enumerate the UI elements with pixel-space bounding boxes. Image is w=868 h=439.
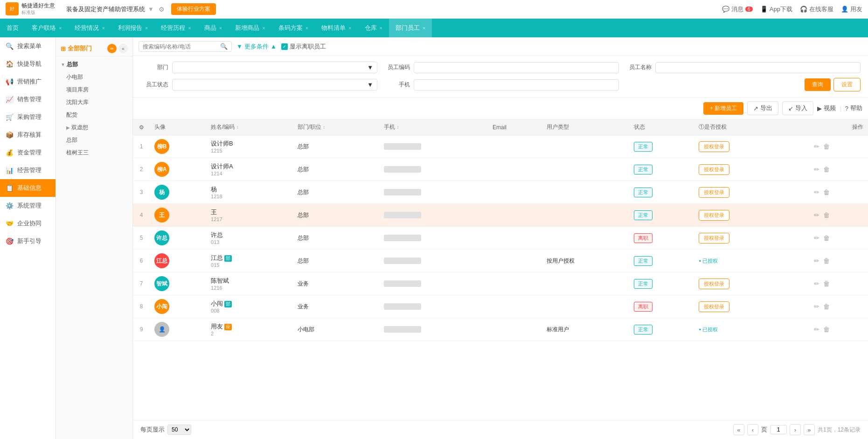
edit-icon[interactable]: ✏ [814,234,819,242]
dept-node[interactable]: 沈阳大库 [56,96,132,109]
first-page-btn[interactable]: « [733,424,744,435]
close-tab-icon[interactable]: × [188,25,191,31]
emp-name-input[interactable] [655,62,861,73]
row-auth[interactable]: 授权登录 [694,181,787,204]
row-auth[interactable]: •已授权 [694,318,787,341]
user-btn[interactable]: 👤 用友 [841,5,862,14]
sidebar-item-新手引导[interactable]: 🎯新手引导 [0,232,56,250]
edit-icon[interactable]: ✏ [814,303,819,310]
dept-select[interactable]: ▼ [172,62,377,73]
sidebar-item-快捷导航[interactable]: 🏠快捷导航 [0,55,56,73]
close-tab-icon[interactable]: × [219,25,222,31]
dept-node[interactable]: 植树王三 [56,146,132,159]
close-tab-icon[interactable]: × [145,25,148,31]
row-auth[interactable]: •已授权 [694,250,787,272]
edit-icon[interactable]: ✏ [814,326,819,333]
auth-button[interactable]: 授权登录 [699,187,729,198]
auth-button[interactable]: 授权登录 [699,141,729,152]
col-dept[interactable]: 部门/职位 ↕ [293,119,380,135]
app-download-btn[interactable]: 📱 App下载 [760,5,792,14]
auth-button[interactable]: 授权登录 [699,233,729,244]
edit-icon[interactable]: ✏ [814,143,819,150]
dept-collapse-btn[interactable]: « [118,44,128,53]
nav-tab-新增商品[interactable]: 新增商品× [229,19,271,37]
add-employee-button[interactable]: + 新增员工 [703,102,743,115]
edit-icon[interactable]: ✏ [814,257,819,265]
row-auth[interactable]: 授权登录 [694,158,787,181]
nav-tab-物料清单[interactable]: 物料清单× [315,19,358,37]
trial-button[interactable]: 体验行业方案 [171,3,216,15]
next-page-btn[interactable]: › [790,424,801,435]
nav-tab-利润报告[interactable]: 利润报告× [111,19,154,37]
auth-button[interactable]: 授权登录 [699,279,729,289]
close-tab-icon[interactable]: × [380,25,382,31]
edit-icon[interactable]: ✏ [814,280,819,287]
prev-page-btn[interactable]: ‹ [747,424,758,435]
message-btn[interactable]: 💬 消息 6 [722,5,753,14]
auth-button[interactable]: 授权登录 [699,301,729,312]
nav-tab-首页[interactable]: 首页 [0,19,25,37]
nav-tab-经营情况[interactable]: 经营情况× [68,19,111,37]
sidebar-item-库存核算[interactable]: 📦库存核算 [0,126,56,144]
nav-tab-条码方案[interactable]: 条码方案× [272,19,315,37]
dept-node[interactable]: ▼总部 [56,58,132,71]
row-auth[interactable]: 授权登录 [694,295,787,318]
view-button[interactable]: ▶ 视频 [817,104,836,112]
edit-icon[interactable]: ✏ [814,211,819,219]
dept-node[interactable]: 总部 [56,134,132,146]
close-tab-icon[interactable]: × [262,25,265,31]
sidebar-item-营销推广[interactable]: 📢营销推广 [0,73,56,91]
sidebar-item-采购管理[interactable]: 🛒采购管理 [0,108,56,126]
close-tab-icon[interactable]: × [423,25,425,31]
nav-tab-仓库[interactable]: 仓库× [358,19,389,37]
import-button[interactable]: ↙ 导入 [782,101,813,115]
col-settings[interactable]: ⚙ [133,119,150,135]
emp-code-input[interactable] [414,62,619,73]
nav-tab-部门员工[interactable]: 部门员工× [389,19,432,37]
page-input[interactable] [770,425,787,434]
last-page-btn[interactable]: » [804,424,815,435]
close-tab-icon[interactable]: × [348,25,351,31]
delete-icon[interactable]: 🗑 [823,234,830,242]
edit-icon[interactable]: ✏ [814,188,819,196]
sidebar-item-销售管理[interactable]: 📈销售管理 [0,91,56,108]
search-icon[interactable]: 🔍 [220,43,228,50]
delete-icon[interactable]: 🗑 [823,257,830,265]
row-auth[interactable]: 授权登录 [694,227,787,250]
export-button[interactable]: ↗ 导出 [747,101,778,115]
sidebar-item-系统管理[interactable]: ⚙️系统管理 [0,197,56,215]
delete-icon[interactable]: 🗑 [823,303,830,310]
status-select[interactable]: ▼ [172,79,377,91]
sidebar-item-基础信息[interactable]: 📋基础信息 [0,179,56,197]
delete-icon[interactable]: 🗑 [823,166,830,173]
more-filter-btn[interactable]: ▼ 更多条件 ▲ [236,42,277,51]
delete-icon[interactable]: 🗑 [823,280,830,287]
gear-icon[interactable]: ⚙ [159,6,165,13]
delete-icon[interactable]: 🗑 [823,188,830,196]
sidebar-item-搜索菜单[interactable]: 🔍搜索菜单 [0,37,56,55]
close-tab-icon[interactable]: × [59,25,62,31]
nav-tab-经营历程[interactable]: 经营历程× [154,19,197,37]
dept-node[interactable]: 项目库房 [56,84,132,96]
dept-add-btn[interactable]: ✏ [107,44,117,53]
delete-icon[interactable]: 🗑 [823,143,830,150]
per-page-select[interactable]: 50 20 100 [167,425,191,435]
help-button[interactable]: ? 帮助 [845,104,862,112]
nav-tab-商品[interactable]: 商品× [198,19,229,37]
row-auth[interactable]: 授权登录 [694,135,787,158]
dropdown-arrow-icon[interactable]: ▼ [148,6,154,13]
auth-button[interactable]: 授权登录 [699,164,729,175]
delete-icon[interactable]: 🗑 [823,326,830,333]
support-btn[interactable]: 🎧 在线客服 [800,5,833,14]
search-input[interactable] [143,43,217,50]
dept-node[interactable]: 配货 [56,109,132,121]
col-name[interactable]: 姓名/编码 ↕ [206,119,293,135]
phone-input[interactable] [414,79,619,91]
auth-button[interactable]: 授权登录 [699,210,729,221]
sidebar-item-企业协同[interactable]: 🤝企业协同 [0,215,56,232]
dept-node[interactable]: ▶双虚想 [56,121,132,134]
sidebar-item-经营管理[interactable]: 📊经营管理 [0,161,56,179]
edit-icon[interactable]: ✏ [814,166,819,173]
show-resigned-toggle[interactable]: ✓ 显示离职员工 [281,42,326,51]
search-button[interactable]: 查询 [805,78,831,91]
